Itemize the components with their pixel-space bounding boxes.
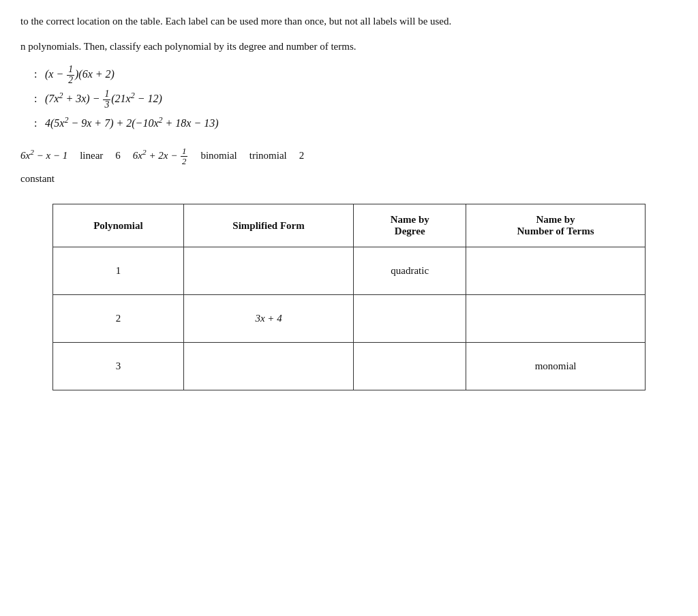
label-linear: linear bbox=[80, 150, 103, 161]
instruction-mid: n polynomials. Then, classify each polyn… bbox=[20, 39, 678, 55]
expr-3-math: 4(5x2 − 9x + 7) + 2(−10x2 + 18x − 13) bbox=[45, 112, 219, 134]
expr-2-math: (7x2 + 3x) − 13(21x2 − 12) bbox=[45, 87, 162, 110]
expr-1-math: (x − 12)(6x + 2) bbox=[45, 63, 115, 86]
classification-table: Polynomial Simplified Form Name byDegree… bbox=[52, 204, 646, 390]
expression-1: : (x − 12)(6x + 2) bbox=[34, 63, 678, 86]
cell-terms-3: monomial bbox=[466, 343, 646, 390]
cell-degree-1: quadratic bbox=[354, 247, 466, 295]
constant-label: constant bbox=[20, 173, 678, 185]
table-row: 2 3x + 4 bbox=[53, 295, 646, 343]
label-math-2: 6x2 + 2x − 12 bbox=[133, 147, 189, 166]
cell-poly-1: 1 bbox=[53, 247, 184, 295]
label-trinomial: trinomial bbox=[249, 150, 287, 161]
col-header-degree: Name byDegree bbox=[354, 204, 466, 247]
table-row: 3 monomial bbox=[53, 343, 646, 390]
cell-terms-1 bbox=[466, 247, 646, 295]
cell-poly-3: 3 bbox=[53, 343, 184, 390]
col-header-simplified: Simplified Form bbox=[183, 204, 353, 247]
expression-2: : (7x2 + 3x) − 13(21x2 − 12) bbox=[34, 87, 678, 110]
label-2: 2 bbox=[299, 150, 305, 161]
col-header-polynomial: Polynomial bbox=[53, 204, 184, 247]
table-header-row: Polynomial Simplified Form Name byDegree… bbox=[53, 204, 646, 247]
cell-simplified-3 bbox=[183, 343, 353, 390]
expression-3: : 4(5x2 − 9x + 7) + 2(−10x2 + 18x − 13) bbox=[34, 112, 678, 134]
col-header-terms: Name byNumber of Terms bbox=[466, 204, 646, 247]
colon-3: : bbox=[34, 112, 41, 134]
cell-poly-2: 2 bbox=[53, 295, 184, 343]
cell-degree-3 bbox=[354, 343, 466, 390]
label-6: 6 bbox=[115, 150, 121, 161]
expressions-list: : (x − 12)(6x + 2) : (7x2 + 3x) − 13(21x… bbox=[34, 63, 678, 134]
table-row: 1 quadratic bbox=[53, 247, 646, 295]
label-binomial: binomial bbox=[200, 150, 237, 161]
colon-1: : bbox=[34, 63, 41, 85]
labels-row: 6x2 − x − 1 linear 6 6x2 + 2x − 12 binom… bbox=[20, 147, 678, 166]
cell-terms-2 bbox=[466, 295, 646, 343]
cell-simplified-2: 3x + 4 bbox=[183, 295, 353, 343]
instruction-top: to the correct location on the table. Ea… bbox=[20, 14, 678, 29]
colon-2: : bbox=[34, 88, 41, 110]
table-wrapper: Polynomial Simplified Form Name byDegree… bbox=[52, 204, 646, 390]
cell-simplified-1 bbox=[183, 247, 353, 295]
cell-degree-2 bbox=[354, 295, 466, 343]
label-math-1: 6x2 − x − 1 bbox=[20, 148, 67, 161]
